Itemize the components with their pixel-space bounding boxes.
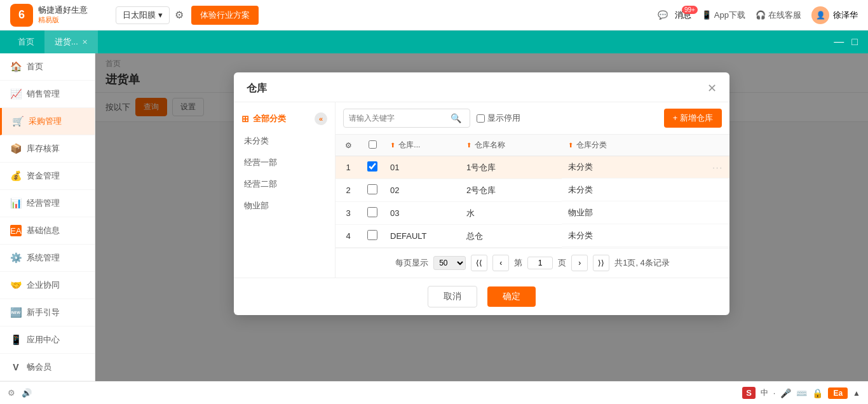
tab-home[interactable]: 首页 [8,30,44,53]
cancel-button[interactable]: 取消 [428,286,477,307]
sidebar-item-system[interactable]: ⚙️ 系统管理 [0,245,95,272]
notification-button[interactable]: 💬 99+ 消息 [658,10,691,21]
row-category: 未分类 [562,179,729,201]
category-item-ops1[interactable]: 经营一部 [234,152,335,173]
triangle-icon[interactable]: ▲ [853,389,860,398]
store-name: 日太阳膜 [123,10,156,21]
dot-icon: · [773,388,776,398]
sidebar-item-vip[interactable]: V 畅会员 [0,354,95,381]
sidebar-item-guide[interactable]: 🆕 新手引导 [0,299,95,327]
confirm-button[interactable]: 确定 [487,286,536,307]
store-selector[interactable]: 日太阳膜 ▾ [116,6,170,24]
sidebar-item-enterprise[interactable]: 🤝 企业协同 [0,272,95,299]
col-settings: ⚙ [336,135,361,156]
modal-header: 仓库 ✕ [234,72,729,102]
table-settings-icon[interactable]: ⚙ [345,141,352,150]
modal-toolbar: 🔍 显示停用 + 新增仓库 [336,102,729,135]
prev-page-button[interactable]: ‹ [492,255,509,271]
col-category[interactable]: ⬆ 仓库分类 [562,135,729,156]
sidebar-item-finance[interactable]: 💰 资金管理 [0,163,95,190]
tab-close-icon[interactable]: ✕ [82,38,88,46]
category-item-property[interactable]: 物业部 [234,195,335,217]
operations-icon: 📊 [10,198,22,209]
ea-badge: Ea [828,387,848,399]
table-header-row: ⚙ ⬆ 仓库... [336,135,729,156]
show-disabled-checkbox-label[interactable]: 显示停用 [477,112,520,124]
sidebar-item-inventory[interactable]: 📦 库存核算 [0,135,95,163]
chinese-input-label: 中 [761,387,768,398]
row-actions[interactable]: ··· [712,163,723,172]
keyboard-icon[interactable]: ⌨️ [796,388,807,398]
customer-service-button[interactable]: 🎧 在线客服 [756,10,801,21]
microphone-icon[interactable]: 🎤 [780,388,791,398]
chevron-down-icon: ▾ [158,10,163,20]
page-number-input[interactable] [527,257,553,269]
tab-purchase[interactable]: 进货... ✕ [44,30,98,53]
collapse-button[interactable]: « [315,112,327,125]
row-code: 01 [384,156,460,179]
nav-tabs: 首页 进货... ✕ — □ [0,30,868,53]
per-page-select[interactable]: 50 10 20 100 [433,256,466,270]
sort-code-icon: ⬆ [390,142,395,149]
home-icon: 🏠 [10,61,22,72]
logo-sub: 精易版 [38,15,88,25]
select-all-checkbox[interactable] [369,140,377,149]
inventory-icon: 📦 [10,143,22,154]
row-select-checkbox[interactable] [367,184,377,194]
table-row[interactable]: 3 03 水 物业部 [336,202,729,225]
user-profile[interactable]: 👤 徐泽华 [811,6,858,24]
category-item-unclassified[interactable]: 未分类 [234,130,335,152]
maximize-icon[interactable]: □ [849,36,860,48]
logo-text: 畅捷通好生意 [38,5,88,16]
next-page-button[interactable]: › [571,255,588,271]
modal-footer: 取消 确定 [234,278,729,315]
row-number: 3 [336,202,361,225]
sidebar-item-apps[interactable]: 📱 应用中心 [0,327,95,354]
app-download-button[interactable]: 📱 App下载 [702,10,745,21]
industry-button[interactable]: 体验行业方案 [191,6,259,25]
row-select-checkbox[interactable] [367,207,377,217]
sidebar-item-purchase[interactable]: 🛒 采购管理 [0,108,95,135]
all-categories-item[interactable]: ⊞ 全部分类 « [234,107,335,130]
table-row[interactable]: 4 DEFAULT 总仓 未分类 [336,225,729,248]
col-code[interactable]: ⬆ 仓库... [384,135,460,156]
lock-icon[interactable]: 🔒 [812,388,823,398]
search-input[interactable] [349,114,451,123]
add-warehouse-button[interactable]: + 新增仓库 [664,109,722,128]
warehouse-table: ⚙ ⬆ 仓库... [336,135,729,248]
modal-close-button[interactable]: ✕ [707,81,717,95]
row-code: DEFAULT [384,225,460,248]
settings-icon-bottom[interactable]: ⚙ [8,388,15,398]
table-scroll: ⚙ ⬆ 仓库... [336,135,729,248]
speaker-icon[interactable]: 🔊 [22,388,32,398]
sidebar-item-home[interactable]: 🏠 首页 [0,53,95,81]
finance-icon: 💰 [10,170,22,182]
sort-name-icon: ⬆ [466,142,471,149]
row-select-checkbox[interactable] [367,230,377,240]
col-name[interactable]: ⬆ 仓库名称 [460,135,562,156]
guide-icon: 🆕 [10,307,22,318]
last-page-button[interactable]: ⟩⟩ [593,255,609,271]
row-checkbox-cell [361,225,384,248]
table-row[interactable]: 1 01 1号仓库 未分类 ··· [336,156,729,179]
row-number: 2 [336,179,361,202]
show-disabled-checkbox[interactable] [477,114,485,123]
category-sidebar: ⊞ 全部分类 « 未分类 经营一部 经营二部 [234,102,336,278]
sidebar-item-basic-info[interactable]: EA 基础信息 [0,217,95,245]
search-icon: 🔍 [451,113,461,123]
s-logo: S [742,387,756,399]
row-name: 1号仓库 [460,156,562,179]
first-page-button[interactable]: ⟨⟨ [471,255,487,271]
table-row[interactable]: 2 02 2号仓库 未分类 [336,179,729,202]
settings-icon[interactable]: ⚙ [175,9,184,21]
purchase-icon: 🛒 [12,116,24,127]
sidebar-item-sales[interactable]: 📈 销售管理 [0,81,95,108]
content-area: 首页 进货单 按以下 查询 设置 仓库 ✕ [95,53,868,404]
row-select-checkbox[interactable] [367,161,377,172]
sidebar-item-operations[interactable]: 📊 经营管理 [0,190,95,217]
sales-icon: 📈 [10,88,22,100]
row-checkbox-cell [361,156,384,179]
col-checkbox [361,135,384,156]
category-item-ops2[interactable]: 经营二部 [234,173,335,195]
minimize-icon[interactable]: — [831,36,846,48]
